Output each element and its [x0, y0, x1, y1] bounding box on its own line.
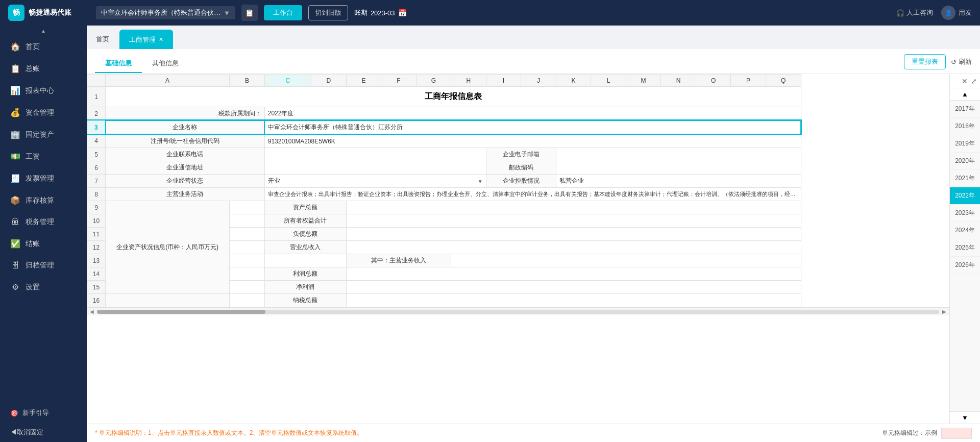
- col-header-J[interactable]: J: [521, 75, 556, 87]
- col-header-E[interactable]: E: [346, 75, 381, 87]
- table-cell[interactable]: [556, 161, 801, 175]
- col-header-P[interactable]: P: [731, 75, 766, 87]
- sidebar-item-settings[interactable]: ⚙ 设置: [0, 276, 87, 298]
- period-label: 账期: [354, 8, 368, 17]
- col-header-H[interactable]: H: [451, 75, 486, 87]
- table-cell[interactable]: [346, 241, 801, 254]
- tab-home[interactable]: 首页: [87, 30, 118, 49]
- table-cell: [230, 294, 265, 307]
- table-cell[interactable]: 2022年度: [264, 107, 801, 121]
- scroll-track[interactable]: [97, 310, 939, 314]
- panel-close-icon[interactable]: ✕: [962, 77, 968, 85]
- table-cell[interactable]: [346, 267, 801, 281]
- year-item-2023[interactable]: 2023年: [950, 205, 980, 222]
- new-guide-button[interactable]: 🎯 新手引导: [0, 403, 87, 423]
- service-button[interactable]: 🎧 人工咨询: [896, 8, 933, 17]
- sidebar-item-settle[interactable]: ✅ 结账: [0, 233, 87, 255]
- sidebar-item-tax[interactable]: 🏛 税务管理: [0, 211, 87, 233]
- sidebar-item-ledger[interactable]: 📋 总账: [0, 58, 87, 80]
- row-num: 6: [87, 161, 106, 175]
- logo-area: 畅 畅捷通易代账: [8, 5, 90, 21]
- year-item-2018[interactable]: 2018年: [950, 118, 980, 135]
- table-cell: 负债总额: [264, 228, 346, 241]
- panel-expand-icon[interactable]: ⤢: [971, 77, 977, 85]
- year-scroll-down[interactable]: ▼: [950, 411, 980, 424]
- col-header-F[interactable]: F: [381, 75, 416, 87]
- year-item-2022[interactable]: 2022年: [950, 187, 980, 205]
- sidebar-scroll-up[interactable]: ▲: [0, 26, 87, 36]
- company-selector[interactable]: 中审众环会计师事务所（特殊普通合伙… ▼: [96, 6, 235, 19]
- table-cell[interactable]: [264, 148, 486, 161]
- table-row: 1 工商年报信息表: [87, 87, 801, 107]
- table-row: 2 税款所属期间： 2022年度: [87, 107, 801, 121]
- table-cell[interactable]: 91320100MA208E5W6K: [264, 134, 801, 148]
- inner-tab-other[interactable]: 其他信息: [142, 55, 189, 73]
- sidebar-item-inventory[interactable]: 📦 库存核算: [0, 189, 87, 211]
- table-cell[interactable]: 私营企业: [556, 175, 801, 188]
- sidebar-item-home[interactable]: 🏠 首页: [0, 36, 87, 58]
- table-cell[interactable]: [346, 214, 801, 228]
- year-item-2019[interactable]: 2019年: [950, 135, 980, 153]
- col-header-A[interactable]: A: [106, 75, 230, 87]
- col-header-L[interactable]: L: [591, 75, 626, 87]
- col-header-N[interactable]: N: [661, 75, 696, 87]
- tab-business[interactable]: 工商管理 ✕: [119, 30, 173, 49]
- year-item-2021[interactable]: 2021年: [950, 170, 980, 187]
- inner-tab-other-label: 其他信息: [152, 59, 179, 67]
- year-scroll-up[interactable]: ▲: [950, 88, 980, 101]
- table-cell[interactable]: [346, 281, 801, 294]
- inner-tab-basic[interactable]: 基础信息: [95, 55, 142, 73]
- year-item-2024[interactable]: 2024年: [950, 222, 980, 239]
- sidebar-item-report[interactable]: 📊 报表中心: [0, 80, 87, 102]
- table-cell: [230, 201, 265, 214]
- user-area[interactable]: 👤 用友: [941, 6, 972, 20]
- sidebar-item-asset[interactable]: 🏢 固定资产: [0, 124, 87, 145]
- reset-button[interactable]: 重置报表: [904, 54, 946, 69]
- old-version-button[interactable]: 切到旧版: [308, 5, 348, 20]
- ledger-icon: 📋: [10, 64, 20, 73]
- year-item-2017[interactable]: 2017年: [950, 101, 980, 118]
- col-header-M[interactable]: M: [626, 75, 661, 87]
- unpin-button[interactable]: ◀取消固定: [0, 423, 87, 442]
- table-cell[interactable]: [556, 148, 801, 161]
- scroll-left-icon[interactable]: ◀: [87, 309, 97, 314]
- calendar-icon[interactable]: 📅: [398, 9, 407, 17]
- table-cell[interactable]: [346, 294, 801, 307]
- table-cell[interactable]: [346, 201, 801, 214]
- table-cell[interactable]: 审查企业会计报表；出具审计报告；验证企业资本；出具验资报告；办理企业合开、分立、…: [264, 188, 801, 201]
- col-header-G[interactable]: G: [416, 75, 451, 87]
- year-item-2020[interactable]: 2020年: [950, 153, 980, 170]
- tab-close-icon[interactable]: ✕: [159, 36, 163, 43]
- scroll-right-icon[interactable]: ▶: [939, 309, 949, 314]
- workbench-button[interactable]: 工作台: [264, 5, 302, 20]
- refresh-button[interactable]: ↺ 刷新: [951, 57, 972, 66]
- sidebar-item-salary[interactable]: 💵 工资: [0, 145, 87, 167]
- table-cell: 企业联系电话: [106, 148, 265, 161]
- dropdown-arrow-icon: ▼: [478, 178, 483, 184]
- archive-icon: 🗄: [10, 261, 20, 270]
- horizontal-scrollbar[interactable]: ◀ ▶: [87, 307, 949, 315]
- copy-button[interactable]: 📋: [241, 5, 258, 21]
- spreadsheet-main[interactable]: A B C D E F G H I J K L M: [87, 74, 949, 424]
- col-header-K[interactable]: K: [556, 75, 591, 87]
- table-cell[interactable]: [346, 228, 801, 241]
- year-item-2025[interactable]: 2025年: [950, 239, 980, 257]
- company-name-cell[interactable]: 中审众环会计师事务所（特殊普通合伙）江苏分所: [264, 120, 801, 134]
- row-num: 3: [87, 120, 106, 134]
- row-num: 5: [87, 148, 106, 161]
- table-cell[interactable]: [451, 254, 801, 267]
- col-header-O[interactable]: O: [696, 75, 731, 87]
- scroll-thumb[interactable]: [97, 310, 265, 314]
- sidebar-item-invoice[interactable]: 🧾 发票管理: [0, 167, 87, 189]
- year-item-2026[interactable]: 2026年: [950, 257, 980, 274]
- business-status-cell[interactable]: 开业 ▼: [264, 175, 486, 188]
- sidebar-item-fund[interactable]: 💰 资金管理: [0, 102, 87, 124]
- sidebar-item-archive[interactable]: 🗄 归档管理: [0, 255, 87, 276]
- col-header-D[interactable]: D: [311, 75, 347, 87]
- col-header-B[interactable]: B: [230, 75, 265, 87]
- table-cell[interactable]: [264, 161, 486, 175]
- tax-icon: 🏛: [10, 217, 20, 227]
- col-header-I[interactable]: I: [486, 75, 521, 87]
- col-header-Q[interactable]: Q: [766, 75, 801, 87]
- col-header-C[interactable]: C: [264, 75, 311, 87]
